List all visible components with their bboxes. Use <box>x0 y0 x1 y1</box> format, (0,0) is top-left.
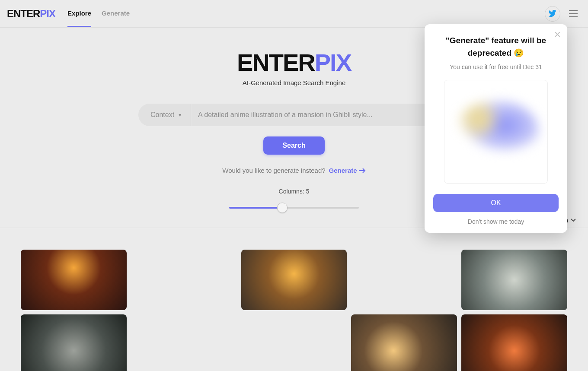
chevron-down-icon: ▼ <box>178 113 182 117</box>
modal-title: "Generate" feature will be deprecated 😢 <box>433 35 559 59</box>
menu-button[interactable] <box>566 6 581 22</box>
arrow-right-icon <box>359 168 366 173</box>
nav-generate[interactable]: Generate <box>102 0 130 27</box>
generate-prompt-text: Would you like to generate instead? <box>222 167 325 174</box>
search-bar: Context ▼ <box>138 104 450 126</box>
close-button[interactable]: ✕ <box>554 29 561 40</box>
modal-blob <box>453 99 539 164</box>
chevron-down-icon <box>571 219 576 222</box>
gallery-tile[interactable] <box>21 314 127 371</box>
gallery <box>0 228 588 371</box>
slider-fill <box>229 207 282 209</box>
hamburger-icon <box>569 10 578 17</box>
slider-thumb[interactable] <box>277 203 288 213</box>
header-right <box>545 6 581 22</box>
generate-link-label: Generate <box>329 167 357 174</box>
logo-small[interactable]: ENTERPIX <box>7 8 55 20</box>
columns-slider[interactable] <box>229 203 359 213</box>
gallery-tile-empty <box>351 250 457 310</box>
gallery-tile-empty <box>241 314 347 371</box>
nav: Explore Generate <box>67 0 130 27</box>
logo-big-pix: PIX <box>315 49 351 76</box>
gallery-tile[interactable] <box>21 250 127 310</box>
gallery-tile-empty <box>131 250 237 310</box>
generate-link[interactable]: Generate <box>329 167 366 174</box>
gallery-tile-empty <box>131 314 237 371</box>
twitter-icon <box>549 10 556 18</box>
deprecation-modal: ✕ "Generate" feature will be deprecated … <box>425 24 567 233</box>
modal-subtitle: You can use it for free until Dec 31 <box>433 63 559 70</box>
close-icon: ✕ <box>554 30 561 39</box>
modal-dont-show-link[interactable]: Don't show me today <box>433 218 559 225</box>
gallery-tile[interactable] <box>351 314 457 371</box>
search-wrap: Context ▼ Search <box>138 104 450 155</box>
context-label: Context <box>150 111 174 119</box>
logo-big-enter: ENTER <box>237 49 315 76</box>
header: ENTERPIX Explore Generate <box>0 0 588 28</box>
gallery-tile[interactable] <box>241 250 347 310</box>
logo-enter: ENTER <box>7 8 40 19</box>
modal-preview-image <box>444 80 548 184</box>
context-dropdown[interactable]: Context ▼ <box>138 104 191 126</box>
twitter-button[interactable] <box>545 6 560 22</box>
modal-ok-button[interactable]: OK <box>433 194 559 212</box>
search-input[interactable] <box>191 111 446 119</box>
search-button[interactable]: Search <box>263 136 324 155</box>
logo-pix: PIX <box>40 8 55 19</box>
gallery-tile[interactable] <box>461 250 567 310</box>
nav-explore[interactable]: Explore <box>67 0 91 27</box>
gallery-tile[interactable] <box>461 314 567 371</box>
